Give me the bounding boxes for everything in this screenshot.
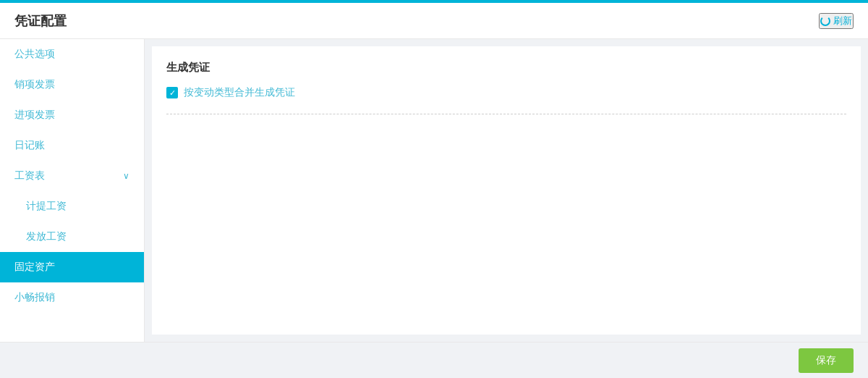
sidebar-item-pay-payroll[interactable]: 发放工资	[0, 222, 144, 252]
refresh-label: 刷新	[833, 14, 852, 28]
sidebar-item-label: 公共选项	[14, 48, 55, 61]
sidebar-item-payroll[interactable]: 工资表∨	[0, 161, 144, 191]
page-title: 凭证配置	[14, 12, 67, 30]
sidebar-item-label: 进项发票	[14, 109, 55, 122]
main-content: 生成凭证 按变动类型合并生成凭证	[152, 46, 861, 335]
checkbox-label: 按变动类型合并生成凭证	[184, 86, 295, 99]
page-wrapper: 凭证配置 刷新 公共选项销项发票进项发票日记账工资表∨计提工资发放工资固定资产小…	[0, 0, 868, 378]
checkbox-row: 按变动类型合并生成凭证	[166, 86, 846, 99]
merge-checkbox[interactable]	[166, 87, 178, 98]
section-divider	[166, 114, 846, 114]
sidebar-item-label: 发放工资	[26, 230, 67, 243]
footer: 保存	[0, 342, 868, 378]
sidebar-item-expense[interactable]: 小畅报销	[0, 282, 144, 313]
sidebar-item-calc-payroll[interactable]: 计提工资	[0, 191, 144, 222]
refresh-icon	[820, 16, 830, 26]
header: 凭证配置 刷新	[0, 3, 868, 39]
sidebar-item-label: 工资表	[14, 169, 45, 182]
save-button[interactable]: 保存	[799, 348, 854, 373]
sidebar: 公共选项销项发票进项发票日记账工资表∨计提工资发放工资固定资产小畅报销	[0, 39, 145, 342]
sidebar-item-sales-invoice[interactable]: 销项发票	[0, 70, 144, 100]
body: 公共选项销项发票进项发票日记账工资表∨计提工资发放工资固定资产小畅报销 生成凭证…	[0, 39, 868, 342]
sidebar-item-purchase-invoice[interactable]: 进项发票	[0, 100, 144, 130]
sidebar-item-label: 小畅报销	[14, 291, 55, 304]
chevron-down-icon: ∨	[123, 171, 129, 181]
sidebar-item-label: 计提工资	[26, 200, 67, 213]
section-title: 生成凭证	[166, 61, 846, 75]
sidebar-item-public-options[interactable]: 公共选项	[0, 39, 144, 70]
sidebar-item-journal[interactable]: 日记账	[0, 130, 144, 161]
sidebar-item-label: 销项发票	[14, 78, 55, 91]
refresh-button[interactable]: 刷新	[819, 13, 854, 29]
sidebar-item-fixed-assets[interactable]: 固定资产	[0, 252, 144, 282]
sidebar-item-label: 固定资产	[14, 261, 55, 274]
sidebar-item-label: 日记账	[14, 139, 45, 152]
